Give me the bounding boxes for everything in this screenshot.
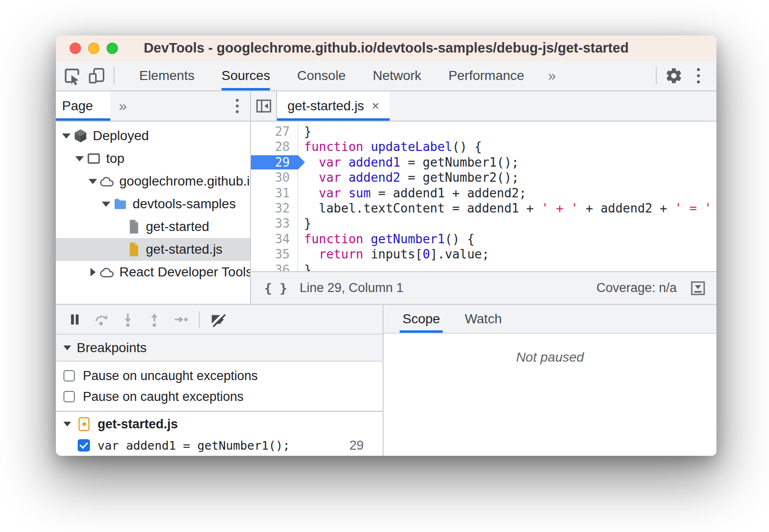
tab-console[interactable]: Console (297, 61, 346, 90)
code-line-27: } (304, 124, 716, 139)
more-panels-button[interactable]: » (548, 68, 556, 84)
tab-page[interactable]: Page (56, 91, 110, 121)
chevron-down-icon (63, 422, 71, 426)
checkbox-unchecked[interactable] (63, 391, 75, 402)
tree-item-label: get-started (146, 219, 209, 234)
scope-watch-panel: ScopeWatch Not paused (384, 305, 716, 456)
not-paused-message: Not paused (384, 350, 716, 365)
tree-item-label: Deployed (93, 128, 149, 143)
breakpoint-file-name: get-started.js (98, 417, 178, 432)
editor-tab-label: get-started.js (287, 98, 364, 114)
navigator-more-tabs-button[interactable]: » (119, 91, 127, 121)
coverage-status: Coverage: n/a (596, 281, 677, 295)
step-over-icon[interactable] (88, 307, 115, 332)
tab-scope[interactable]: Scope (400, 305, 443, 333)
cursor-position: Line 29, Column 1 (300, 281, 403, 295)
line-number[interactable]: 28 (251, 139, 297, 154)
tree-item-top[interactable]: top (56, 147, 250, 170)
line-number[interactable]: 34 (251, 231, 297, 247)
device-toolbar-icon[interactable] (84, 63, 109, 88)
devtools-window: DevTools - googlechrome.github.io/devtoo… (56, 35, 716, 456)
editor-panel: get-started.js × 27282930313233343536 }f… (251, 91, 716, 304)
chevron-down-icon[interactable] (73, 156, 86, 161)
code-line-29: var addend1 = getNumber1(); (304, 155, 716, 170)
tab-performance[interactable]: Performance (448, 61, 524, 90)
breakpoints-title: Breakpoints (77, 340, 147, 355)
debugger-toolbar (56, 305, 383, 334)
gear-icon[interactable] (662, 63, 686, 88)
tab-sources[interactable]: Sources (222, 61, 270, 90)
tree-item-label: googlechrome.github.io (119, 174, 250, 189)
tree-item-googlechrome-github-io[interactable]: googlechrome.github.io (56, 170, 250, 193)
line-number[interactable]: 33 (251, 216, 297, 231)
close-icon[interactable]: × (372, 98, 379, 114)
tree-item-label: top (106, 151, 125, 166)
pretty-print-button[interactable]: { } (260, 281, 291, 295)
code-lines: }function updateLabel() { var addend1 = … (299, 122, 716, 271)
cube-icon (73, 128, 88, 143)
main-toolbar: ElementsSourcesConsoleNetworkPerformance… (56, 61, 716, 91)
tree-item-get-started[interactable]: get-started (56, 215, 250, 238)
line-number[interactable]: 32 (251, 201, 297, 216)
breakpoint-file-group[interactable]: get-started.js (56, 414, 383, 435)
step-icon[interactable] (168, 307, 194, 332)
tab-watch[interactable]: Watch (462, 305, 504, 333)
zoom-window-button[interactable] (107, 43, 118, 54)
line-number[interactable]: 31 (251, 186, 297, 201)
tree-item-devtools-samples[interactable]: devtools-samples (56, 193, 250, 215)
navigator-kebab-menu-icon[interactable] (236, 91, 239, 121)
line-number[interactable]: 35 (251, 247, 297, 262)
navigator-panel: Page » Deployedtopgooglechrome.github.io… (56, 91, 251, 304)
breakpoint-marker-line-29[interactable]: 29 (251, 155, 297, 170)
checkbox-row-pause-on-uncaught-exceptions[interactable]: Pause on uncaught exceptions (56, 365, 383, 386)
inspect-icon[interactable] (60, 63, 84, 88)
toolbar-divider (114, 67, 115, 85)
code-editor[interactable]: 27282930313233343536 }function updateLab… (251, 122, 716, 271)
line-number-gutter[interactable]: 27282930313233343536 (251, 122, 298, 271)
line-number[interactable]: 36 (251, 262, 297, 271)
tree-item-deployed[interactable]: Deployed (56, 124, 250, 147)
chevron-right-icon[interactable] (86, 268, 99, 276)
toggle-navigator-icon[interactable] (251, 91, 277, 121)
frame-icon (86, 151, 101, 166)
checkbox-row-pause-on-caught-exceptions[interactable]: Pause on caught exceptions (56, 386, 383, 407)
tab-elements[interactable]: Elements (139, 61, 195, 90)
checkbox-label: Pause on caught exceptions (83, 390, 243, 404)
tree-item-react-developer-tools[interactable]: React Developer Tools (56, 261, 250, 284)
code-line-33: } (304, 216, 716, 231)
close-window-button[interactable] (70, 43, 81, 54)
tree-item-get-started-js[interactable]: get-started.js (56, 238, 250, 261)
editor-tab-get-started-js[interactable]: get-started.js × (277, 91, 390, 121)
step-out-icon[interactable] (141, 307, 168, 332)
line-number[interactable]: 27 (251, 124, 297, 139)
file-gray-icon (126, 219, 141, 234)
minimize-window-button[interactable] (88, 43, 99, 54)
checkbox-checked[interactable] (78, 439, 90, 452)
cloud-icon (99, 265, 115, 280)
chevron-down-icon[interactable] (86, 179, 99, 184)
code-line-31: var sum = addend1 + addend2; (304, 186, 716, 201)
code-line-32: label.textContent = addend1 + ' + ' + ad… (304, 201, 716, 216)
breakpoint-entry[interactable]: var addend1 = getNumber1();29 (56, 435, 383, 456)
divider (56, 411, 383, 412)
scope-content: Not paused (384, 334, 716, 456)
breakpoint-line-number: 29 (349, 438, 383, 453)
line-number[interactable]: 30 (251, 170, 297, 185)
checkbox-unchecked[interactable] (63, 370, 75, 381)
folder-icon (113, 196, 128, 212)
pause-icon[interactable] (62, 307, 88, 332)
navigator-tabbar: Page » (56, 91, 250, 122)
tree-item-label: devtools-samples (133, 196, 236, 212)
chevron-down-icon[interactable] (99, 202, 113, 207)
open-drawer-icon[interactable] (689, 280, 707, 296)
chevron-down-icon (63, 346, 71, 350)
file-tree: Deployedtopgooglechrome.github.iodevtool… (56, 122, 250, 304)
tab-network[interactable]: Network (373, 61, 421, 90)
kebab-menu-icon[interactable] (686, 63, 711, 88)
breakpoints-section-header[interactable]: Breakpoints (56, 334, 383, 362)
code-line-35: return inputs[0].value; (304, 247, 716, 262)
cloud-icon (99, 174, 115, 189)
step-into-icon[interactable] (115, 307, 141, 332)
chevron-down-icon[interactable] (60, 133, 73, 139)
deactivate-breakpoints-icon[interactable] (205, 307, 231, 332)
